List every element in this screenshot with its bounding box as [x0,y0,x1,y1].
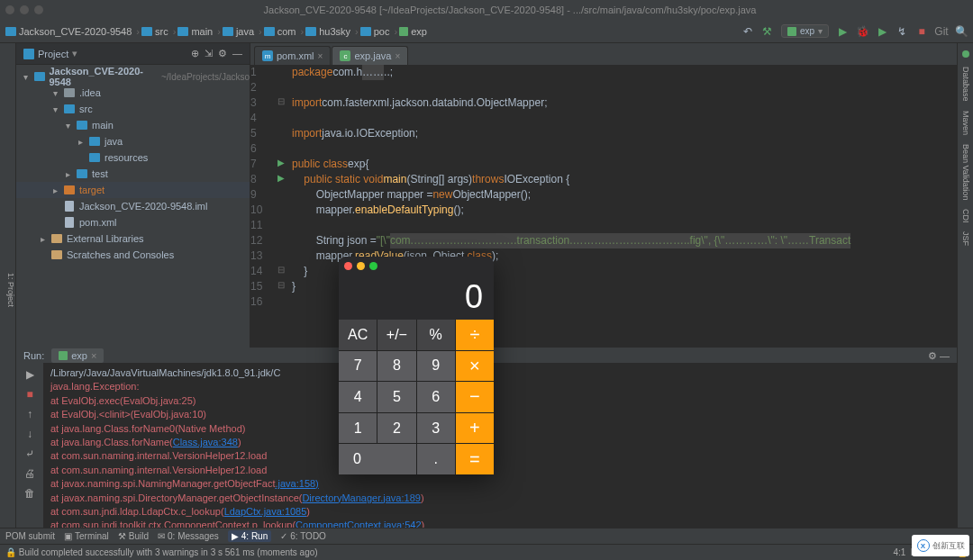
calc-key-0[interactable]: 0 [339,444,416,474]
maximize-icon[interactable] [369,262,377,270]
tree-row[interactable]: ▾src [16,101,250,117]
hide-icon[interactable]: — [232,48,242,59]
calc-key-3[interactable]: 3 [417,413,455,444]
calc-key-.[interactable]: . [417,444,455,474]
calc-key-+/−[interactable]: +/− [377,320,415,350]
run-icon[interactable]: ▶ [836,25,849,38]
run-label: Run: [23,350,44,361]
calc-key-6[interactable]: 6 [417,382,455,412]
calc-key-%[interactable]: % [417,320,455,350]
debug-icon[interactable]: 🐞 [856,25,868,38]
attach-icon[interactable]: ↯ [896,25,908,38]
hammer-icon[interactable]: ⚒ [761,25,774,38]
tool-maven[interactable]: Maven [961,111,970,135]
crumb[interactable]: src [141,26,176,37]
tool-project[interactable]: 1: Project [6,273,15,307]
crumb[interactable]: java [223,26,262,37]
tool-database[interactable]: Database [961,67,970,102]
up-icon[interactable]: ↑ [22,406,38,422]
down-icon[interactable]: ↓ [22,426,38,442]
left-tool-stripe: 1: Project 2: Favorites 7: Structure [0,43,16,528]
calc-key-AC[interactable]: AC [339,320,377,350]
crumb[interactable]: hu3sky [305,26,359,37]
calculator-window[interactable]: 0 AC+/−%÷789×456−123+0.= [339,257,494,474]
window-title: Jackson_CVE-2020-9548 [~/IdeaProjects/Ja… [52,5,968,15]
calc-key-2[interactable]: 2 [377,413,415,444]
tree-row[interactable]: ▸External Libraries [16,230,250,247]
tool-bean[interactable]: Bean Validation [961,144,970,200]
bt-terminal[interactable]: ▣ Terminal [64,531,109,541]
calc-key-7[interactable]: 7 [339,351,377,382]
tool-jsf[interactable]: JSF [961,231,970,246]
maximize-icon[interactable] [34,5,43,14]
status-bar: 🔒 Build completed successfully with 3 wa… [0,544,973,560]
tree-row[interactable]: ▾main [16,117,250,133]
status-ok-icon [962,50,969,58]
right-tool-stripe: Database Maven Bean Validation CDI JSF [957,43,973,528]
editor-tabs: mpom.xml×cexp.java× [250,43,957,65]
crumb[interactable]: poc [360,26,397,37]
hide-icon[interactable]: — [940,350,950,361]
calc-key-−[interactable]: − [456,382,494,412]
search-icon[interactable]: 🔍 [955,25,968,38]
bt-pom[interactable]: POM submit [5,531,55,541]
minimize-icon[interactable] [357,262,365,270]
tree-row[interactable]: resources [16,149,250,166]
close-icon[interactable] [344,262,352,270]
tool-cdi[interactable]: CDI [961,209,970,223]
project-panel-title[interactable]: Project ▾ [23,48,77,59]
rerun-icon[interactable]: ▶ [22,366,38,383]
bt-todo[interactable]: ✓ 6: TODO [280,531,326,541]
lock-icon[interactable]: 🔒 [5,547,16,557]
crumb[interactable]: exp [399,26,432,37]
caret-pos[interactable]: 4:1 [893,547,905,557]
titlebar: Jackson_CVE-2020-9548 [~/IdeaProjects/Ja… [0,0,973,20]
toolbar: Jackson_CVE-2020-9548srcmainjavacomhu3sk… [0,20,973,43]
print-icon[interactable]: 🖨 [22,465,38,482]
calc-key-9[interactable]: 9 [417,351,455,382]
calc-key-8[interactable]: 8 [377,351,415,382]
bt-messages[interactable]: ✉ 0: Messages [158,531,219,541]
locate-icon[interactable]: ⊕ [191,48,199,59]
crumb[interactable]: com [264,26,304,37]
stop-icon[interactable]: ■ [915,25,928,38]
calc-key-÷[interactable]: ÷ [456,320,494,350]
tree-row[interactable]: ▸target [16,182,250,198]
gear-icon[interactable]: ⚙ [928,350,937,362]
bt-build[interactable]: ⚒ Build [118,531,149,541]
stop-icon[interactable]: ■ [22,386,38,402]
calc-key-4[interactable]: 4 [339,382,377,412]
calc-key-=[interactable]: = [456,444,494,474]
breadcrumb[interactable]: Jackson_CVE-2020-9548srcmainjavacomhu3sk… [5,26,432,37]
tree-row[interactable]: Scratches and Consoles [16,247,250,263]
calc-key-+[interactable]: + [456,413,494,444]
wrap-icon[interactable]: ⤶ [22,446,38,462]
editor-tab[interactable]: cexp.java× [332,46,408,65]
tree-row[interactable]: ▸java [16,133,250,149]
run-tab[interactable]: exp × [51,348,104,363]
calc-key-×[interactable]: × [456,351,494,382]
trash-icon[interactable]: 🗑 [22,485,38,501]
gear-icon[interactable]: ⚙ [218,48,227,59]
watermark: X 创新互联 [912,535,969,556]
expand-icon[interactable]: ⇲ [205,48,213,59]
console-output[interactable]: /Library/Java/JavaVirtualMachines/jdk1.8… [43,363,957,550]
minimize-icon[interactable] [20,5,29,14]
close-icon[interactable] [5,5,14,14]
calc-key-1[interactable]: 1 [339,413,377,444]
bt-run[interactable]: ▶ 4: Run [228,530,271,542]
back-icon[interactable]: ↶ [741,25,754,38]
crumb[interactable]: Jackson_CVE-2020-9548 [5,26,140,37]
tree-row[interactable]: ▸test [16,166,250,182]
calc-display: 0 [339,275,494,320]
run-config-select[interactable]: exp ▾ [781,24,829,38]
tree-row[interactable]: pom.xml [16,214,250,230]
run-toolbar: ▶ ■ ↑ ↓ ⤶ 🖨 🗑 [16,363,43,550]
tree-root[interactable]: ▾ Jackson_CVE-2020-9548 ~/IdeaProjects/J… [16,68,250,85]
calc-key-5[interactable]: 5 [377,382,415,412]
profile-icon[interactable]: ▶ [876,25,888,38]
crumb[interactable]: main [177,26,221,37]
vcs-icon[interactable]: Git [935,25,948,38]
tree-row[interactable]: Jackson_CVE-2020-9548.iml [16,198,250,214]
editor-tab[interactable]: mpom.xml× [254,46,331,65]
